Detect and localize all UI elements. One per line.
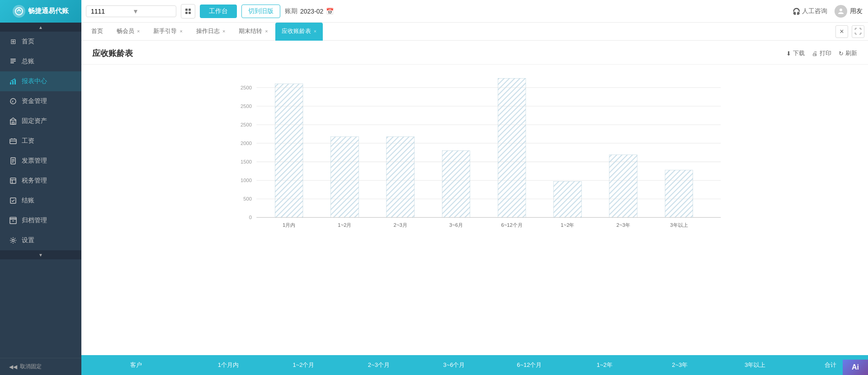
close-all-tabs-btn[interactable]: ×	[835, 25, 848, 38]
content-area: 首页 畅会员 × 新手引导 × 操作日志 × 期末结转 × 应收账龄表 ×	[81, 23, 868, 375]
print-button[interactable]: 🖨 打印	[812, 49, 831, 57]
tab-guide-close[interactable]: ×	[179, 28, 182, 34]
sidebar-item-reports[interactable]: 报表中心	[0, 71, 81, 91]
page-title: 应收账龄表	[92, 48, 133, 59]
sidebar-item-salary[interactable]: 工资	[0, 131, 81, 151]
download-label: 下载	[793, 49, 805, 57]
company-icon-btn[interactable]	[181, 4, 195, 19]
svg-text:1000: 1000	[241, 178, 252, 183]
svg-rect-3	[185, 12, 188, 14]
sidebar-label-settings: 设置	[22, 236, 34, 244]
tab-period-end-close[interactable]: ×	[265, 28, 268, 34]
svg-rect-59	[554, 181, 582, 217]
sidebar-item-archive[interactable]: 归档管理	[0, 211, 81, 230]
svg-rect-8	[10, 62, 14, 63]
tab-period-end[interactable]: 期末结转 ×	[232, 23, 274, 41]
sidebar-item-home[interactable]: ⊞ 首页	[0, 32, 81, 52]
sidebar-scroll-up[interactable]: ▲	[0, 23, 81, 32]
logo-area: 畅捷通易代账	[0, 0, 81, 23]
svg-text:2500: 2500	[241, 103, 252, 109]
pin-icon: ◀◀	[9, 364, 17, 370]
sidebar-item-ledger[interactable]: 总账	[0, 52, 81, 71]
svg-text:2~3月: 2~3月	[394, 222, 407, 228]
svg-text:2500: 2500	[241, 122, 252, 127]
tab-home[interactable]: 首页	[85, 23, 109, 41]
refresh-button[interactable]: ↻ 刷新	[839, 49, 857, 57]
tab-oplog-close[interactable]: ×	[222, 28, 225, 34]
refresh-icon: ↻	[839, 50, 844, 57]
print-label: 打印	[820, 49, 831, 57]
svg-rect-49	[275, 84, 303, 218]
svg-point-0	[15, 8, 23, 15]
svg-text:2000: 2000	[241, 141, 252, 146]
tab-oplog[interactable]: 操作日志 ×	[190, 23, 231, 41]
main-layout: ▲ ⊞ 首页 总账	[0, 23, 868, 375]
cancel-pin-label: 取消固定	[20, 363, 42, 370]
workbench-button[interactable]: 工作台	[200, 5, 237, 18]
calendar-icon[interactable]: 📅	[326, 8, 334, 15]
tab-ar-aging[interactable]: 应收账龄表 ×	[275, 23, 323, 41]
expand-tabs-btn[interactable]: ⛶	[852, 25, 864, 38]
bar-chart: 2500 2500 2500 2000 1500 1000 500	[95, 74, 854, 245]
col-1-2m: 1~2个月	[266, 361, 341, 369]
svg-rect-9	[10, 82, 11, 84]
logo-text: 畅捷通易代账	[28, 7, 69, 15]
ai-label: Ai	[852, 363, 859, 371]
sidebar-cancel-pin[interactable]: ◀◀ 取消固定	[0, 358, 81, 375]
checkout-icon	[9, 197, 17, 205]
sidebar-item-checkout[interactable]: 结账	[0, 191, 81, 211]
svg-text:0: 0	[249, 215, 252, 220]
tab-ar-aging-label: 应收账龄表	[282, 27, 311, 35]
ai-badge[interactable]: Ai	[843, 360, 868, 375]
page-actions: ⬇ 下载 🖨 打印 ↻ 刷新	[786, 49, 857, 57]
sidebar-label-tax: 税务管理	[22, 177, 47, 185]
tab-guide[interactable]: 新手引导 ×	[147, 23, 189, 41]
tabs-bar: 首页 畅会员 × 新手引导 × 操作日志 × 期末结转 × 应收账龄表 ×	[81, 23, 868, 41]
assets-icon	[9, 117, 17, 125]
sidebar-item-funds[interactable]: ¥ 资金管理	[0, 91, 81, 111]
tab-ar-aging-close[interactable]: ×	[314, 28, 316, 34]
tab-member-label: 畅会员	[117, 27, 134, 35]
sidebar-item-tax[interactable]: 税务管理	[0, 171, 81, 191]
tab-member-close[interactable]: ×	[137, 28, 140, 34]
sidebar-scroll-down[interactable]: ▼	[0, 250, 81, 259]
svg-text:3~6月: 3~6月	[449, 222, 463, 228]
svg-rect-24	[10, 178, 16, 183]
sidebar-item-assets[interactable]: 固定资产	[0, 111, 81, 131]
chart-container: 2500 2500 2500 2000 1500 1000 500	[81, 65, 868, 355]
sidebar-label-archive: 归档管理	[22, 216, 47, 225]
funds-icon: ¥	[9, 97, 17, 105]
download-button[interactable]: ⬇ 下载	[786, 49, 805, 57]
consult-area[interactable]: 🎧 人工咨询	[793, 7, 827, 15]
tab-oplog-label: 操作日志	[196, 27, 220, 35]
page-header: 应收账龄表 ⬇ 下载 🖨 打印 ↻ 刷新	[81, 41, 868, 65]
table-header: 客户 1个月内 1~2个月 2~3个月 3~6个月 6~12个月 1~2年 2~…	[81, 355, 868, 375]
svg-text:¥: ¥	[12, 100, 14, 103]
header-right: 🎧 人工咨询 用友	[793, 5, 863, 18]
col-1m: 1个月内	[191, 361, 266, 369]
company-selector[interactable]: 1111 ▼	[86, 5, 176, 17]
tab-home-label: 首页	[91, 27, 103, 35]
user-name: 用友	[850, 7, 863, 15]
user-area[interactable]: 用友	[835, 5, 863, 18]
invoice-icon	[9, 157, 17, 165]
col-customer: 客户	[81, 361, 191, 369]
sidebar-label-reports: 报表中心	[22, 77, 47, 85]
svg-rect-11	[14, 80, 16, 84]
col-1-2y: 1~2年	[567, 361, 642, 369]
svg-text:2500: 2500	[241, 85, 252, 90]
col-6-12m: 6~12个月	[492, 361, 567, 369]
tab-member[interactable]: 畅会员 ×	[110, 23, 146, 41]
col-2-3y: 2~3年	[642, 361, 717, 369]
company-dropdown-arrow: ▼	[132, 8, 171, 15]
col-2-3m: 2~3个月	[341, 361, 416, 369]
archive-icon	[9, 216, 17, 225]
sidebar-label-assets: 固定资产	[22, 117, 47, 125]
switch-version-button[interactable]: 切到旧版	[241, 5, 280, 18]
svg-rect-6	[10, 59, 16, 60]
sidebar-item-settings[interactable]: 设置	[0, 230, 81, 250]
reports-icon	[9, 77, 17, 85]
top-header: 畅捷通易代账 1111 ▼ 工作台 切到旧版 账期 2023-02 📅 🎧 人工…	[0, 0, 868, 23]
svg-text:1500: 1500	[241, 159, 252, 164]
sidebar-item-invoice[interactable]: 发票管理	[0, 151, 81, 171]
